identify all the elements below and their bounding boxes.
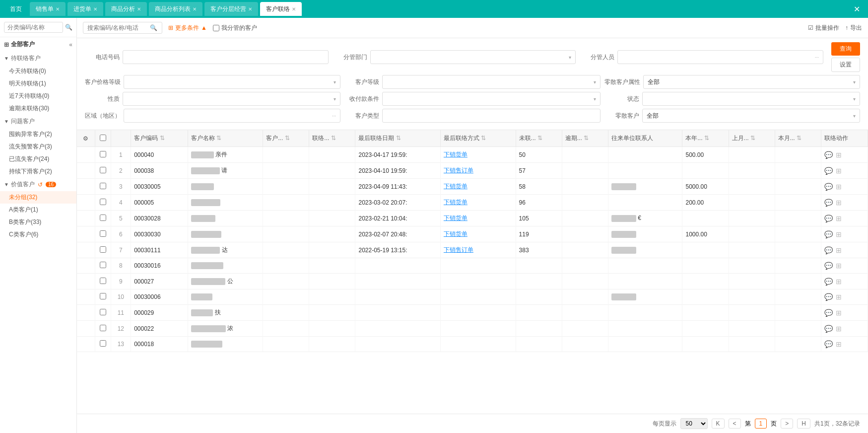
prev-page-btn[interactable]: < (729, 419, 741, 429)
payment-input[interactable]: ▾ (382, 92, 600, 106)
sidebar-item-overdue[interactable]: 逾期未联络(30) (0, 102, 76, 115)
close-tab-contact[interactable]: ✕ (292, 6, 296, 12)
message-icon[interactable]: 💬 (824, 199, 833, 207)
main-search-icon[interactable]: 🔍 (150, 24, 157, 31)
last-month-col-header[interactable]: 上月... ⇅ (729, 130, 775, 147)
grid-action-icon[interactable]: ⊞ (836, 215, 842, 222)
last-page-btn[interactable]: H (797, 419, 810, 429)
message-icon[interactable]: 💬 (824, 262, 833, 270)
grid-action-icon[interactable]: ⊞ (836, 183, 842, 191)
row-last-method[interactable]: 下销售订单 (440, 242, 516, 258)
main-search-input[interactable] (87, 24, 147, 31)
row-checkbox[interactable] (95, 258, 111, 274)
no-contact-col-header[interactable]: 未联... ⇅ (516, 130, 562, 147)
sidebar-item-churn-warning[interactable]: 流失预警客户(3) (0, 141, 76, 153)
grid-action-icon[interactable]: ⊞ (836, 230, 842, 238)
message-icon[interactable]: 💬 (824, 325, 833, 333)
close-tab-product-analysis[interactable]: ✕ (137, 6, 141, 12)
sidebar-item-class-c[interactable]: C类客户(6) (0, 228, 76, 241)
row-checkbox[interactable] (95, 211, 111, 226)
query-button[interactable]: 查询 (831, 42, 860, 56)
row-checkbox[interactable] (95, 242, 111, 258)
sidebar-item-declining[interactable]: 持续下滑客户(2) (0, 165, 76, 178)
group-problem-customers[interactable]: ▼ 问题客户 (0, 115, 76, 128)
tab-product-analysis-list[interactable]: 商品分析列表 ✕ (149, 2, 202, 16)
close-all-tabs[interactable]: ✕ (850, 4, 864, 14)
message-icon[interactable]: 💬 (824, 293, 833, 301)
row-last-method[interactable]: 下销货单 (440, 226, 516, 242)
sidebar-search-icon[interactable]: 🔍 (65, 24, 72, 31)
type-col-header[interactable]: 客户... ⇅ (263, 130, 309, 147)
tab-customer-contact[interactable]: 客户联络 ✕ (260, 2, 302, 16)
row-checkbox[interactable] (95, 289, 111, 305)
message-icon[interactable]: 💬 (824, 246, 833, 254)
all-customers-header[interactable]: ⊞ 全部客户 « (0, 37, 76, 52)
row-checkbox[interactable] (95, 179, 111, 195)
row-checkbox[interactable] (95, 163, 111, 179)
row-checkbox[interactable] (95, 147, 111, 163)
close-tab-sales[interactable]: ✕ (56, 6, 60, 12)
tab-customer-segment[interactable]: 客户分层经营 ✕ (204, 2, 258, 16)
row-checkbox[interactable] (95, 226, 111, 242)
sidebar-search-input[interactable] (4, 22, 63, 33)
dept-input[interactable]: ▾ (370, 50, 576, 64)
row-checkbox[interactable] (95, 274, 111, 289)
grid-action-icon[interactable]: ⊞ (836, 340, 842, 348)
row-last-method[interactable]: 下销货单 (440, 195, 516, 211)
message-icon[interactable]: 💬 (824, 167, 833, 175)
this-year-col-header[interactable]: 本年... ⇅ (682, 130, 729, 147)
region-input[interactable]: ··· (124, 109, 340, 123)
unit-contact-col-header[interactable]: 往来单位联系人 (608, 130, 682, 147)
sidebar-item-today[interactable]: 今天待联络(0) (0, 65, 76, 77)
sidebar-item-tomorrow[interactable]: 明天待联络(1) (0, 77, 76, 90)
phone-input[interactable] (123, 50, 329, 64)
select-all-checkbox[interactable] (100, 135, 106, 141)
checkbox-col-header[interactable] (95, 130, 111, 147)
first-page-btn[interactable]: K (712, 419, 725, 429)
message-icon[interactable]: 💬 (824, 215, 833, 222)
message-icon[interactable]: 💬 (824, 278, 833, 286)
this-month-col-header[interactable]: 本月... ⇅ (775, 130, 821, 147)
sidebar-item-churned[interactable]: 已流失客户(24) (0, 153, 76, 165)
batch-ops-btn[interactable]: ☑ 批量操作 (808, 24, 839, 32)
last-method-col-header[interactable]: 最后联络方式 ⇅ (440, 130, 516, 147)
price-level-input[interactable]: ▾ (124, 75, 340, 89)
my-customers-filter[interactable]: 我分管的客户 (213, 24, 257, 32)
row-checkbox[interactable] (95, 321, 111, 337)
customer-level-input[interactable]: ▾ (382, 75, 600, 89)
home-tab[interactable]: 首页 (4, 2, 28, 16)
sidebar-item-ungraded[interactable]: 未分组(32) (0, 191, 76, 204)
close-tab-segment[interactable]: ✕ (248, 6, 252, 12)
reset-button[interactable]: 设置 (831, 58, 860, 72)
retail-attr-input[interactable]: 全部▾ (643, 75, 860, 89)
grid-action-icon[interactable]: ⊞ (836, 278, 842, 286)
group-value-customers[interactable]: ▼ 价值客户 ↺ 16 (0, 178, 76, 191)
staff-input[interactable]: ··· (617, 50, 823, 64)
group-pending-contact[interactable]: ▼ 待联络客户 (0, 52, 76, 65)
tab-product-analysis[interactable]: 商品分析 ✕ (105, 2, 147, 16)
export-btn[interactable]: ↑ 导出 (845, 24, 862, 32)
close-tab-purchase[interactable]: ✕ (93, 6, 97, 12)
collapse-icon[interactable]: « (69, 41, 72, 48)
my-customers-checkbox[interactable] (213, 25, 219, 31)
row-checkbox[interactable] (95, 305, 111, 321)
more-conditions-btn[interactable]: ⊞ 更多条件 ▲ (168, 24, 207, 32)
tab-sales-order[interactable]: 销售单 ✕ (30, 2, 66, 16)
row-checkbox[interactable] (95, 195, 111, 211)
grid-action-icon[interactable]: ⊞ (836, 325, 842, 333)
message-icon[interactable]: 💬 (824, 230, 833, 238)
nature-input[interactable]: ▾ (123, 92, 340, 106)
grid-action-icon[interactable]: ⊞ (836, 246, 842, 254)
name-col-header[interactable]: 客户名称 ⇅ (188, 130, 263, 147)
row-checkbox[interactable] (95, 337, 111, 352)
settings-col-header[interactable]: ⚙ (77, 130, 95, 147)
last-date-col-header[interactable]: 最后联络日期 ⇅ (355, 130, 440, 147)
page-size-select[interactable]: 50 100 200 (680, 418, 708, 429)
grid-action-icon[interactable]: ⊞ (836, 293, 842, 301)
tab-purchase[interactable]: 进货单 ✕ (67, 2, 103, 16)
grid-action-icon[interactable]: ⊞ (836, 262, 842, 270)
retail-customer-input[interactable]: 全部▾ (642, 109, 860, 123)
code-col-header[interactable]: 客户编码 ⇅ (131, 130, 188, 147)
contact-col-header[interactable]: 联络... ⇅ (309, 130, 355, 147)
message-icon[interactable]: 💬 (824, 151, 833, 159)
